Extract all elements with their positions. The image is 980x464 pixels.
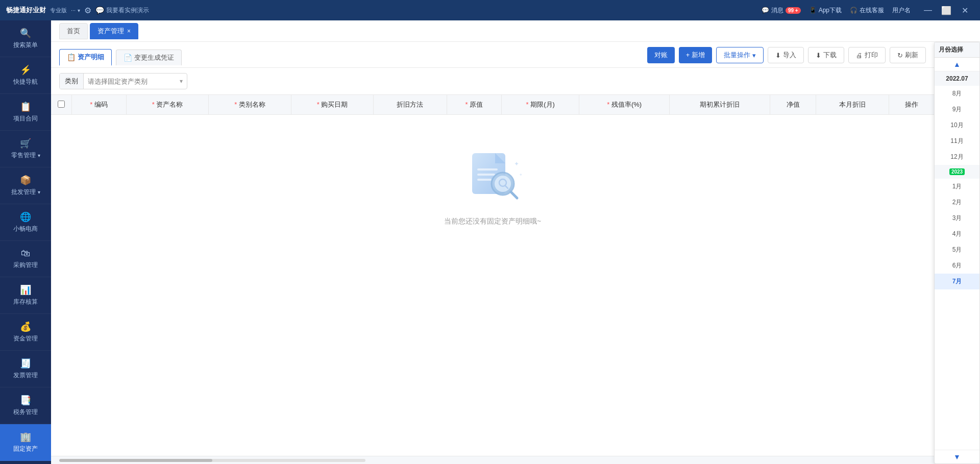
asset-table: 编码 资产名称 类别名称 购买日期 bbox=[51, 95, 934, 115]
sidebar: 🔍 搜索菜单 ⚡ 快捷导航 📋 项目合同 🛒 零售管理▾ 📦 批发管理▾ 🌐 小… bbox=[0, 20, 51, 464]
col-period: 期限(月) bbox=[502, 95, 579, 115]
month-item-2022-9[interactable]: 9月 bbox=[935, 102, 979, 117]
download-button[interactable]: ⬇ 下载 bbox=[808, 47, 844, 63]
sub-tab-bar: 📋 资产明细 📄 变更生成凭证 对账 + 新增 批量操作 ▾ bbox=[51, 42, 934, 68]
top-bar-left: 畅捷通好业财 专业版 ··· ▾ ⚙ 💬 我要看实例演示 bbox=[6, 6, 149, 15]
col-code: 编码 bbox=[71, 95, 126, 115]
year-2022-header: 2022.07 bbox=[935, 71, 979, 86]
sidebar-item-quicknav[interactable]: ⚡ 快捷导航 bbox=[0, 57, 51, 94]
company-selector[interactable]: ··· ▾ bbox=[71, 7, 80, 13]
empty-state: ✦ ✦ 当前您还没有固定资产明细哦~ bbox=[51, 115, 934, 257]
month-item-2023-1[interactable]: 1月 bbox=[935, 179, 979, 194]
svg-point-6 bbox=[495, 176, 511, 192]
sidebar-item-invoice[interactable]: 🧾 发票管理 bbox=[0, 351, 51, 387]
sidebar-item-inventory[interactable]: 📊 库存核算 bbox=[0, 277, 51, 314]
sidebar-item-wholesale[interactable]: 📦 批发管理▾ bbox=[0, 167, 51, 204]
svg-rect-4 bbox=[477, 179, 492, 181]
empty-text: 当前您还没有固定资产明细哦~ bbox=[444, 217, 541, 226]
batch-button[interactable]: 批量操作 ▾ bbox=[716, 47, 764, 63]
col-depreciation-method: 折旧方法 bbox=[374, 95, 447, 115]
month-nav-up-btn[interactable]: ▲ bbox=[950, 60, 964, 69]
sidebar-item-assets[interactable]: 🏢 固定资产 bbox=[0, 424, 51, 461]
minimize-button[interactable]: — bbox=[919, 1, 937, 19]
content-area: 首页 资产管理 × 📋 资产明细 📄 变更生成凭证 bbox=[51, 20, 980, 464]
phone-icon: 📱 bbox=[809, 7, 817, 14]
online-service-button[interactable]: 🎧 在线客服 bbox=[850, 6, 884, 15]
month-item-2023-7[interactable]: 7月 bbox=[935, 274, 979, 289]
reconcile-button[interactable]: 对账 bbox=[647, 47, 675, 63]
app-edition: 专业版 bbox=[50, 7, 67, 14]
select-all-checkbox[interactable] bbox=[58, 101, 65, 108]
retail-arrow: ▾ bbox=[38, 153, 40, 158]
month-item-2022-8[interactable]: 8月 bbox=[935, 86, 979, 102]
finance-icon: 💰 bbox=[20, 321, 31, 332]
demo-link[interactable]: 💬 我要看实例演示 bbox=[95, 6, 149, 15]
tab-home[interactable]: 首页 bbox=[59, 23, 88, 39]
wholesale-icon: 📦 bbox=[20, 175, 31, 186]
tab-bar: 首页 资产管理 × bbox=[51, 20, 980, 42]
maximize-button[interactable]: ⬜ bbox=[937, 1, 955, 19]
download-icon: ⬇ bbox=[816, 52, 821, 59]
settings-icon[interactable]: ⚙ bbox=[84, 6, 91, 15]
category-filter[interactable]: 类别 ▾ bbox=[59, 73, 187, 89]
top-bar-right: 💬 消息 99 + 📱 App下载 🎧 在线客服 用户名 — ⬜ ✕ bbox=[762, 1, 974, 19]
sidebar-item-salary[interactable]: 💵 工资 bbox=[0, 461, 51, 464]
batch-dropdown-icon: ▾ bbox=[752, 52, 756, 59]
sidebar-item-purchase[interactable]: 🛍 采购管理 bbox=[0, 241, 51, 277]
sidebar-item-tax[interactable]: 📑 税务管理 bbox=[0, 387, 51, 424]
sidebar-item-project[interactable]: 📋 项目合同 bbox=[0, 94, 51, 131]
app-download-button[interactable]: 📱 App下载 bbox=[809, 6, 842, 15]
month-item-2023-6[interactable]: 6月 bbox=[935, 258, 979, 274]
month-item-2023-3[interactable]: 3月 bbox=[935, 210, 979, 226]
message-button[interactable]: 💬 消息 99 + bbox=[762, 6, 801, 15]
category-filter-label: 类别 bbox=[60, 74, 84, 89]
month-nav-down-btn[interactable]: ▼ bbox=[950, 452, 964, 461]
col-purchase-date: 购买日期 bbox=[291, 95, 373, 115]
wholesale-arrow: ▾ bbox=[38, 189, 40, 195]
sidebar-item-ecommerce[interactable]: 🌐 小畅电商 bbox=[0, 204, 51, 241]
add-button[interactable]: + 新增 bbox=[679, 47, 712, 63]
tab-close-icon[interactable]: × bbox=[127, 28, 131, 34]
top-bar: 畅捷通好业财 专业版 ··· ▾ ⚙ 💬 我要看实例演示 💬 消息 99 + 📱… bbox=[0, 0, 980, 20]
filter-bar: 类别 ▾ bbox=[51, 68, 934, 95]
month-picker-list: 2022.07 8月 9月 10月 11月 12月 bbox=[935, 71, 979, 450]
sidebar-item-search[interactable]: 🔍 搜索菜单 bbox=[0, 20, 51, 57]
refresh-button[interactable]: ↻ 刷新 bbox=[890, 47, 926, 63]
sub-tab-detail[interactable]: 📋 资产明细 bbox=[59, 49, 112, 66]
user-info[interactable]: 用户名 bbox=[892, 6, 911, 15]
empty-icon: ✦ ✦ bbox=[462, 145, 523, 207]
month-item-2022-12[interactable]: 12月 bbox=[935, 149, 979, 165]
month-item-2023-4[interactable]: 4月 bbox=[935, 226, 979, 242]
print-button[interactable]: 🖨 打印 bbox=[848, 47, 886, 63]
main-layout: 🔍 搜索菜单 ⚡ 快捷导航 📋 项目合同 🛒 零售管理▾ 📦 批发管理▾ 🌐 小… bbox=[0, 20, 980, 464]
table-wrapper: 编码 资产名称 类别名称 购买日期 bbox=[51, 95, 934, 456]
category-dropdown-icon: ▾ bbox=[176, 78, 187, 85]
svg-text:✦: ✦ bbox=[519, 173, 523, 177]
tab-asset-mgmt[interactable]: 资产管理 × bbox=[90, 23, 138, 39]
refresh-icon: ↻ bbox=[897, 52, 903, 59]
assets-icon: 🏢 bbox=[20, 431, 31, 443]
message-badge: 99 + bbox=[786, 7, 801, 14]
col-category: 类别名称 bbox=[209, 95, 291, 115]
tax-icon: 📑 bbox=[20, 395, 31, 406]
retail-icon: 🛒 bbox=[20, 138, 31, 149]
sub-tab-voucher[interactable]: 📄 变更生成凭证 bbox=[116, 50, 182, 65]
window-controls: — ⬜ ✕ bbox=[919, 1, 974, 19]
col-monthly-depreciation: 本月折旧 bbox=[816, 95, 889, 115]
close-button[interactable]: ✕ bbox=[955, 1, 974, 19]
import-icon: ⬇ bbox=[775, 52, 781, 59]
search-icon: 🔍 bbox=[20, 28, 31, 39]
month-item-2022-10[interactable]: 10月 bbox=[935, 117, 979, 133]
sidebar-item-finance[interactable]: 💰 资金管理 bbox=[0, 314, 51, 351]
asset-panel: 📋 资产明细 📄 变更生成凭证 对账 + 新增 批量操作 ▾ bbox=[51, 42, 934, 464]
month-item-2022-11[interactable]: 11月 bbox=[935, 133, 979, 149]
month-item-2023-2[interactable]: 2月 bbox=[935, 194, 979, 210]
sidebar-item-retail[interactable]: 🛒 零售管理▾ bbox=[0, 131, 51, 167]
month-picker-header: 月份选择 bbox=[935, 42, 979, 58]
message-icon: 💬 bbox=[762, 7, 769, 14]
import-button[interactable]: ⬇ 导入 bbox=[768, 47, 804, 63]
col-residual-rate: 残值率(%) bbox=[579, 95, 669, 115]
month-item-2023-5[interactable]: 5月 bbox=[935, 242, 979, 258]
horizontal-scrollbar[interactable] bbox=[59, 459, 365, 462]
category-filter-input[interactable] bbox=[84, 78, 176, 85]
